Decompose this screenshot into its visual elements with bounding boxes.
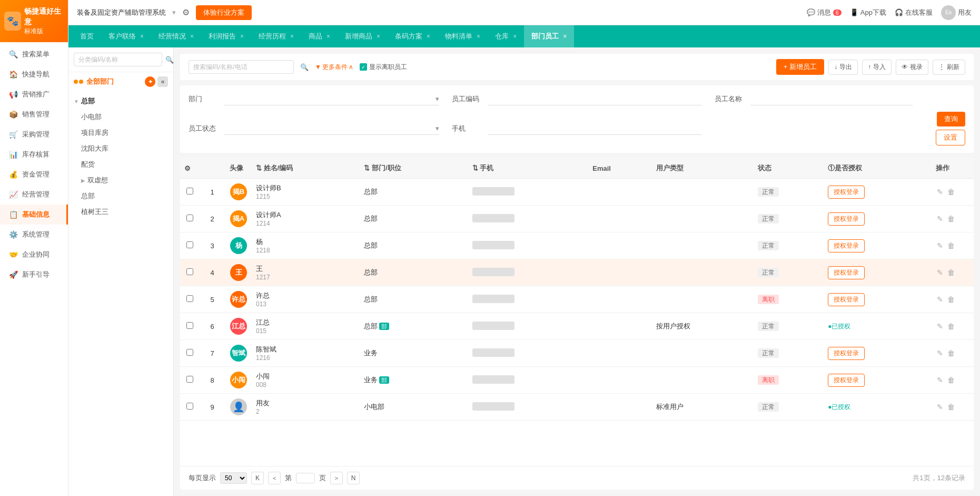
auth-btn[interactable]: 授权登录 — [828, 293, 865, 306]
search-btn-icon[interactable]: 🔍 — [300, 63, 309, 71]
reset-btn[interactable]: 设置 — [936, 130, 965, 145]
tab-close-dept-emp[interactable]: × — [563, 33, 567, 40]
employee-code-input[interactable] — [488, 93, 702, 105]
first-page-btn[interactable]: K — [251, 472, 264, 484]
next-page-btn[interactable]: ＞ — [330, 472, 343, 484]
edit-btn[interactable]: ✎ — [937, 241, 943, 250]
tab-add-goods[interactable]: 新增商品 × — [338, 25, 388, 47]
tree-node-hq[interactable]: 总部 — [68, 188, 173, 204]
sidebar-item-search[interactable]: 🔍 搜索菜单 — [0, 44, 68, 64]
export-btn[interactable]: ↓ 导出 — [828, 60, 858, 75]
status-select[interactable]: ▾ — [224, 122, 439, 135]
sidebar-item-operation[interactable]: 📈 经营管理 — [0, 184, 68, 205]
auth-btn[interactable]: 授权登录 — [828, 266, 865, 279]
edit-btn[interactable]: ✎ — [937, 322, 943, 330]
message-btn[interactable]: 💬 消息 6 — [807, 8, 842, 17]
delete-btn[interactable]: 🗑 — [947, 349, 955, 357]
row-checkbox-input[interactable] — [186, 322, 193, 329]
sidebar-item-guide[interactable]: 🚀 新手引导 — [0, 265, 68, 285]
dept-select[interactable]: ▾ — [224, 93, 439, 105]
tab-close-warehouse[interactable]: × — [513, 33, 517, 40]
row-checkbox-input[interactable] — [186, 268, 193, 275]
page-number-input[interactable]: 1 — [296, 473, 315, 483]
row-auth[interactable]: 授权登录 — [824, 232, 932, 259]
sidebar-item-finance[interactable]: 💰 资金管理 — [0, 164, 68, 184]
tree-node-plant-trees[interactable]: 植树王三 — [68, 204, 173, 220]
phone-input[interactable] — [488, 122, 702, 135]
row-checkbox-input[interactable] — [186, 215, 193, 221]
search-input[interactable] — [189, 60, 294, 74]
row-checkbox-input[interactable] — [186, 295, 193, 302]
tab-close-profit[interactable]: × — [240, 33, 244, 40]
col-name[interactable]: ⇅ 姓名/编码 — [252, 158, 360, 179]
delete-btn[interactable]: 🗑 — [947, 322, 955, 330]
tree-node-distribution[interactable]: 配货 — [68, 157, 173, 172]
tab-close-goods[interactable]: × — [326, 33, 330, 40]
row-checkbox-input[interactable] — [186, 188, 193, 194]
tab-department-employee[interactable]: 部门员工 × — [524, 25, 574, 47]
sidebar-item-sales[interactable]: 📦 销售管理 — [0, 104, 68, 124]
tab-customer[interactable]: 客户联络 × — [101, 25, 151, 47]
row-checkbox[interactable] — [180, 232, 199, 259]
tree-node-small-elec[interactable]: 小电部 — [68, 109, 173, 125]
row-auth[interactable]: 授权登录 — [824, 340, 932, 367]
row-checkbox[interactable] — [180, 394, 199, 421]
tab-close-bom[interactable]: × — [477, 33, 480, 40]
row-checkbox[interactable] — [180, 206, 199, 232]
tree-search-icon[interactable]: 🔍 — [165, 56, 174, 64]
tree-search-input[interactable] — [74, 53, 162, 66]
app-download-btn[interactable]: 📱 App下载 — [850, 8, 886, 17]
row-auth[interactable]: 授权登录 — [824, 206, 932, 232]
row-checkbox-input[interactable] — [186, 376, 193, 383]
delete-btn[interactable]: 🗑 — [947, 241, 955, 250]
edit-btn[interactable]: ✎ — [937, 188, 943, 196]
row-auth[interactable]: 授权登录 — [824, 367, 932, 394]
experience-btn[interactable]: 体验行业方案 — [196, 5, 252, 20]
prev-page-btn[interactable]: ＜ — [268, 472, 281, 484]
tab-close-barcode[interactable]: × — [427, 33, 430, 40]
sidebar-item-inventory[interactable]: 📊 库存核算 — [0, 144, 68, 164]
row-checkbox[interactable] — [180, 179, 199, 206]
sidebar-item-marketing[interactable]: 📢 营销推广 — [0, 84, 68, 104]
more-btn[interactable]: ⋮ 刷新 — [933, 60, 965, 75]
sidebar-item-collab[interactable]: 🤝 企业协同 — [0, 245, 68, 265]
tab-close-operation-status[interactable]: × — [190, 33, 194, 40]
tab-bom[interactable]: 物料清单 × — [438, 25, 488, 47]
tab-history[interactable]: 经营历程 × — [251, 25, 301, 47]
edit-btn[interactable]: ✎ — [937, 215, 943, 223]
row-checkbox-input[interactable] — [186, 403, 193, 410]
collapse-btn[interactable]: « — [157, 76, 168, 87]
delete-btn[interactable]: 🗑 — [947, 268, 955, 277]
more-conditions-btn[interactable]: ▼ 更多条件 ∧ — [315, 63, 353, 72]
employee-name-input[interactable] — [750, 93, 913, 105]
col-phone[interactable]: ⇅ 手机 — [468, 158, 589, 179]
row-checkbox[interactable] — [180, 286, 199, 313]
sidebar-item-system[interactable]: ⚙️ 系统管理 — [0, 225, 68, 245]
last-page-btn[interactable]: N — [347, 472, 360, 484]
tab-goods[interactable]: 商品 × — [301, 25, 338, 47]
auth-btn[interactable]: 授权登录 — [828, 374, 865, 387]
tab-close-history[interactable]: × — [290, 33, 294, 40]
tab-close-add-goods[interactable]: × — [377, 33, 380, 40]
row-auth[interactable]: 授权登录 — [824, 286, 932, 313]
row-checkbox[interactable] — [180, 259, 199, 286]
row-checkbox-input[interactable] — [186, 349, 193, 356]
delete-btn[interactable]: 🗑 — [947, 215, 955, 223]
user-avatar[interactable]: Ea 用友 — [941, 5, 972, 20]
edit-btn[interactable]: ✎ — [937, 295, 943, 304]
auth-btn[interactable]: 授权登录 — [828, 186, 865, 199]
tree-node-project-warehouse[interactable]: 项目库房 — [68, 125, 173, 141]
row-checkbox[interactable] — [180, 313, 199, 340]
tab-close-customer[interactable]: × — [140, 33, 144, 40]
delete-btn[interactable]: 🗑 — [947, 295, 955, 304]
tree-node-shuangxu[interactable]: ▶ 双虚想 — [68, 172, 173, 188]
edit-btn[interactable]: ✎ — [937, 403, 943, 411]
tab-profit[interactable]: 利润报告 × — [201, 25, 251, 47]
query-btn[interactable]: 查询 — [937, 112, 965, 127]
auth-btn[interactable]: 授权登录 — [828, 239, 865, 252]
tab-operation-status[interactable]: 经营情况 × — [151, 25, 201, 47]
row-checkbox[interactable] — [180, 340, 199, 367]
sidebar-item-purchase[interactable]: 🛒 采购管理 — [0, 124, 68, 144]
tab-warehouse[interactable]: 仓库 × — [488, 25, 524, 47]
sidebar-item-basic-info[interactable]: 📋 基础信息 — [0, 205, 68, 225]
